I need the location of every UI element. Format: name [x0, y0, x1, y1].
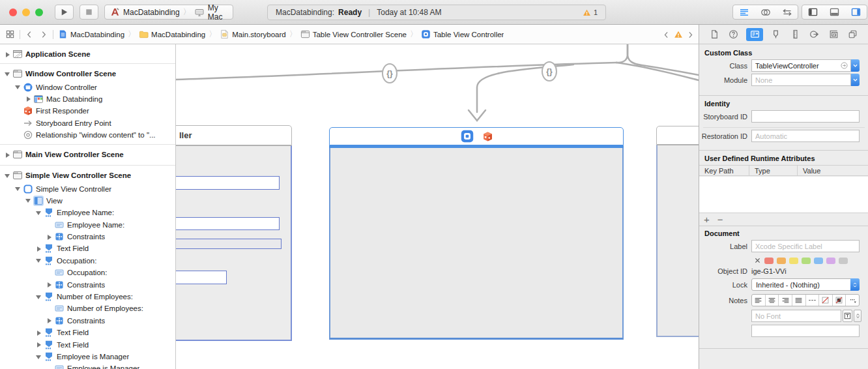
assistant-editor-button[interactable]: [755, 5, 776, 19]
disclosure-triangle[interactable]: [35, 257, 42, 264]
module-dropdown-button[interactable]: [851, 74, 860, 86]
outline-row[interactable]: Main View Controller Scene: [0, 144, 175, 162]
toggle-navigator-button[interactable]: [802, 5, 824, 19]
disclosure-triangle[interactable]: [4, 151, 11, 158]
disclosure-triangle[interactable]: [46, 317, 53, 324]
lock-dropdown[interactable]: Inherited - (Nothing): [751, 278, 860, 291]
outline-row[interactable]: Window Controller Scene: [0, 63, 175, 81]
document-label-input[interactable]: [751, 240, 860, 252]
font-input[interactable]: [751, 310, 841, 322]
controller-view[interactable]: [329, 148, 624, 340]
outline-row[interactable]: Text Field: [0, 327, 175, 338]
disclosure-triangle[interactable]: [46, 281, 53, 288]
tab-quick-help-icon[interactable]: [727, 28, 740, 41]
window-zoom-button[interactable]: [35, 8, 43, 16]
outline-row[interactable]: Number of Employees:: [0, 291, 175, 303]
notes-align-justify-button[interactable]: [792, 295, 805, 306]
breadcrumb-item[interactable]: Table View Controller Scene: [300, 29, 407, 39]
activity-viewer[interactable]: MacDatabinding: Ready | Today at 10:48 A…: [267, 5, 606, 20]
disclosure-triangle[interactable]: [35, 209, 42, 216]
outline-row[interactable]: Simple View Controller: [0, 183, 175, 194]
notes-more-button[interactable]: [845, 295, 859, 306]
disclosure-triangle[interactable]: [35, 353, 42, 361]
outline-row[interactable]: Text Field: [0, 243, 175, 254]
disclosure-triangle[interactable]: [4, 51, 11, 58]
toggle-debug-area-button[interactable]: [824, 5, 845, 19]
outline-row[interactable]: Occupation:: [0, 267, 175, 278]
text-field[interactable]: [176, 217, 280, 230]
outline-row[interactable]: Application Scene: [0, 48, 175, 60]
color-swatch[interactable]: [826, 258, 835, 264]
version-editor-button[interactable]: [776, 5, 798, 19]
font-size-stepper[interactable]: [854, 310, 861, 322]
outline-row[interactable]: View: [0, 195, 175, 207]
outline-row[interactable]: Occupation:: [0, 255, 175, 267]
related-items-button[interactable]: [5, 29, 15, 39]
next-issue-button[interactable]: [686, 31, 695, 39]
window-minimize-button[interactable]: [22, 8, 30, 16]
tab-attributes-inspector-icon[interactable]: [770, 28, 783, 41]
warning-icon[interactable]: [674, 30, 683, 39]
remove-attribute-button[interactable]: −: [717, 214, 723, 225]
class-dropdown-button[interactable]: [851, 59, 860, 72]
tab-file-inspector-icon[interactable]: [708, 28, 721, 41]
breadcrumb-item[interactable]: MacDatabinding: [58, 29, 124, 39]
back-button[interactable]: [25, 30, 34, 39]
runtime-attributes-table[interactable]: [699, 177, 868, 213]
text-field[interactable]: [176, 176, 280, 190]
color-swatch[interactable]: [777, 258, 786, 264]
disclosure-triangle[interactable]: [25, 197, 32, 204]
breadcrumb-item[interactable]: MacDatabinding: [139, 29, 205, 39]
notes-strike-box-filled-button[interactable]: [832, 295, 846, 306]
tab-bindings-inspector-icon[interactable]: [827, 28, 840, 41]
tab-size-inspector-icon[interactable]: [788, 28, 802, 41]
color-swatch[interactable]: [814, 258, 823, 264]
outline-row[interactable]: Text Field: [0, 338, 175, 350]
disclosure-triangle[interactable]: [25, 95, 32, 102]
module-input[interactable]: [751, 74, 851, 86]
outline-row[interactable]: Simple View Controller Scene: [0, 165, 175, 183]
outline-row[interactable]: Window Controller: [0, 81, 175, 93]
window-close-button[interactable]: [9, 8, 17, 16]
run-button[interactable]: [55, 5, 74, 20]
outline-row[interactable]: Mac Databinding: [0, 93, 175, 105]
controller-title-bar[interactable]: ller: [176, 125, 292, 145]
outline-row[interactable]: Employee is Manager: [0, 362, 175, 369]
notes-align-left-button[interactable]: [752, 295, 765, 306]
outline-row[interactable]: Constraints: [0, 278, 175, 290]
disclosure-triangle[interactable]: [4, 70, 11, 78]
tab-view-effects-inspector-icon[interactable]: [846, 28, 860, 41]
lock-stepper[interactable]: [850, 278, 860, 291]
color-swatch[interactable]: [764, 258, 774, 264]
view-controller-right[interactable]: [656, 126, 699, 337]
disclosure-triangle[interactable]: [4, 172, 11, 179]
tab-connections-inspector-icon[interactable]: [808, 28, 821, 41]
view-controller-icon[interactable]: [460, 129, 474, 143]
previous-issue-button[interactable]: [662, 31, 671, 39]
disclosure-triangle[interactable]: [35, 329, 42, 336]
font-panel-button[interactable]: [843, 310, 852, 322]
text-field[interactable]: [176, 271, 227, 284]
issue-counter[interactable]: 1: [583, 8, 598, 17]
outline-row[interactable]: Employee Name:: [0, 219, 175, 231]
breadcrumb-item[interactable]: Table View Controller: [421, 29, 504, 39]
text-field[interactable]: [176, 239, 282, 249]
class-navigate-icon[interactable]: [840, 61, 848, 70]
disclosure-triangle[interactable]: [35, 245, 42, 252]
first-responder-icon[interactable]: [482, 131, 493, 142]
color-swatch[interactable]: [802, 258, 811, 264]
disclosure-triangle[interactable]: [35, 341, 42, 348]
outline-row[interactable]: Constraints: [0, 231, 175, 243]
notes-strike-box-button[interactable]: [818, 295, 832, 306]
toggle-inspector-button[interactable]: [845, 5, 867, 19]
stop-button[interactable]: [80, 5, 98, 20]
color-swatch[interactable]: [839, 258, 848, 264]
disclosure-triangle[interactable]: [14, 83, 22, 91]
segue-badge[interactable]: {}: [382, 63, 398, 83]
controller-view[interactable]: [176, 145, 292, 341]
notes-text-input[interactable]: [751, 325, 860, 337]
forward-button[interactable]: [39, 30, 48, 39]
outline-row[interactable]: Number of Employees:: [0, 303, 175, 314]
restoration-id-input[interactable]: [751, 130, 860, 142]
disclosure-triangle[interactable]: [14, 185, 22, 192]
